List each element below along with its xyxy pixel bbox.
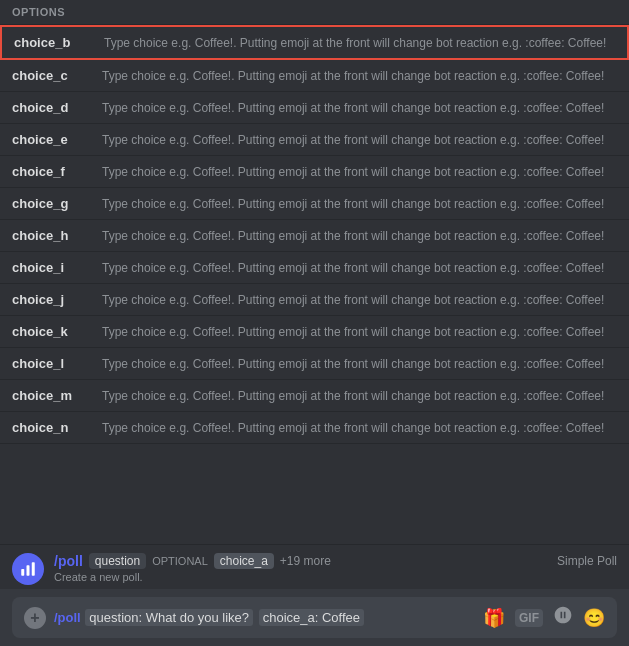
input-icons: 🎁 GIF 😊 [483,605,605,630]
choices-list[interactable]: choice_bType choice e.g. Coffee!. Puttin… [0,25,629,544]
autocomplete-sub: Create a new poll. [54,571,617,583]
poll-icon [12,553,44,585]
svg-rect-1 [27,565,30,576]
choice-label-choice_i: choice_i [12,260,102,275]
svg-rect-2 [32,562,35,576]
cmd-type-label: Simple Poll [557,554,617,568]
choice-label-choice_f: choice_f [12,164,102,179]
choice-label-choice_c: choice_c [12,68,102,83]
input-text[interactable]: /poll question: What do you like? choice… [54,610,475,625]
input-bar[interactable]: + /poll question: What do you like? choi… [12,597,617,638]
choice-description-choice_h: Type choice e.g. Coffee!. Putting emoji … [102,229,604,243]
choice-description-choice_i: Type choice e.g. Coffee!. Putting emoji … [102,261,604,275]
cmd-segment-choice: choice_a: Coffee [259,609,364,626]
choice-label-choice_d: choice_d [12,100,102,115]
choice-description-choice_c: Type choice e.g. Coffee!. Putting emoji … [102,69,604,83]
choice-description-choice_d: Type choice e.g. Coffee!. Putting emoji … [102,101,604,115]
svg-rect-0 [21,569,24,576]
choice-row-choice_h[interactable]: choice_hType choice e.g. Coffee!. Puttin… [0,220,629,252]
choice-row-choice_b[interactable]: choice_bType choice e.g. Coffee!. Puttin… [0,25,629,60]
choice-label-choice_g: choice_g [12,196,102,211]
cmd-param-question: question [89,553,146,569]
choice-row-choice_i[interactable]: choice_iType choice e.g. Coffee!. Puttin… [0,252,629,284]
choice-row-choice_m[interactable]: choice_mType choice e.g. Coffee!. Puttin… [0,380,629,412]
choice-label-choice_k: choice_k [12,324,102,339]
choice-row-choice_f[interactable]: choice_fType choice e.g. Coffee!. Puttin… [0,156,629,188]
choice-label-choice_n: choice_n [12,420,102,435]
choice-description-choice_n: Type choice e.g. Coffee!. Putting emoji … [102,421,604,435]
choice-description-choice_b: Type choice e.g. Coffee!. Putting emoji … [104,36,606,50]
choice-label-choice_m: choice_m [12,388,102,403]
choice-description-choice_l: Type choice e.g. Coffee!. Putting emoji … [102,357,604,371]
choice-row-choice_l[interactable]: choice_lType choice e.g. Coffee!. Puttin… [0,348,629,380]
autocomplete-bar: /poll question OPTIONAL choice_a +19 mor… [0,544,629,589]
choice-label-choice_l: choice_l [12,356,102,371]
cmd-param-choice-a: choice_a [214,553,274,569]
choice-description-choice_e: Type choice e.g. Coffee!. Putting emoji … [102,133,604,147]
choice-row-choice_k[interactable]: choice_kType choice e.g. Coffee!. Puttin… [0,316,629,348]
cmd-segment-question: question: What do you like? [85,609,253,626]
autocomplete-command-line: /poll question OPTIONAL choice_a +19 mor… [54,553,617,569]
choice-label-choice_e: choice_e [12,132,102,147]
gift-icon[interactable]: 🎁 [483,607,505,629]
choice-description-choice_f: Type choice e.g. Coffee!. Putting emoji … [102,165,604,179]
choice-label-choice_b: choice_b [14,35,104,50]
emoji-icon[interactable]: 😊 [583,607,605,629]
gif-icon[interactable]: GIF [515,609,543,627]
choice-description-choice_m: Type choice e.g. Coffee!. Putting emoji … [102,389,604,403]
choice-label-choice_h: choice_h [12,228,102,243]
cmd-blue-text: /poll [54,610,81,625]
choice-row-choice_j[interactable]: choice_jType choice e.g. Coffee!. Puttin… [0,284,629,316]
cmd-more: +19 more [280,554,331,568]
choice-row-choice_n[interactable]: choice_nType choice e.g. Coffee!. Puttin… [0,412,629,444]
cmd-name: /poll [54,553,83,569]
choice-row-choice_g[interactable]: choice_gType choice e.g. Coffee!. Puttin… [0,188,629,220]
add-button[interactable]: + [24,607,46,629]
autocomplete-content: /poll question OPTIONAL choice_a +19 mor… [54,553,617,583]
choice-row-choice_d[interactable]: choice_dType choice e.g. Coffee!. Puttin… [0,92,629,124]
choice-label-choice_j: choice_j [12,292,102,307]
choice-row-choice_c[interactable]: choice_cType choice e.g. Coffee!. Puttin… [0,60,629,92]
choice-description-choice_k: Type choice e.g. Coffee!. Putting emoji … [102,325,604,339]
cmd-param-optional: OPTIONAL [152,555,208,567]
choice-row-choice_e[interactable]: choice_eType choice e.g. Coffee!. Puttin… [0,124,629,156]
choice-description-choice_g: Type choice e.g. Coffee!. Putting emoji … [102,197,604,211]
choice-description-choice_j: Type choice e.g. Coffee!. Putting emoji … [102,293,604,307]
sticker-icon[interactable] [553,605,573,630]
options-header: OPTIONS [0,0,629,25]
